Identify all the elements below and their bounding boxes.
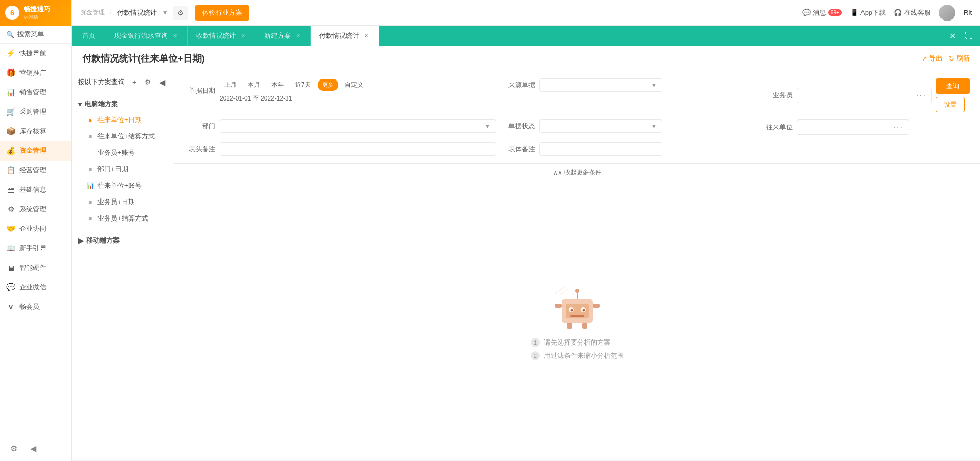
tip-num-2: 2	[531, 351, 540, 360]
right-panel: 单据日期 上月 本月 本年 近7天 更多 自定义 20	[174, 71, 980, 460]
sidebar-collapse-button[interactable]: ◀	[26, 440, 41, 456]
sidebar-item-enterprise[interactable]: 🤝 企业协同	[0, 219, 71, 238]
sidebar-item-marketing[interactable]: 🎁 营销推广	[0, 63, 71, 83]
online-service-button[interactable]: 🎧 在线客服	[894, 8, 931, 17]
left-panel-collapse-button[interactable]: ◀	[156, 76, 168, 88]
status-select[interactable]: ▼	[539, 119, 662, 133]
sidebar-item-hardware[interactable]: 🖥 智能硬件	[0, 258, 71, 277]
query-button[interactable]: 查询	[936, 78, 970, 94]
topbar-right: 💬 消息 99+ 📱 App下载 🎧 在线客服 Rit	[802, 5, 972, 21]
sidebar-item-purchase[interactable]: 🛒 采购管理	[0, 102, 71, 122]
collapse-more-button[interactable]: ∧∧ 收起更多条件	[174, 164, 980, 181]
mobile-scheme-section-header[interactable]: ▶ 移动端方案	[72, 233, 174, 248]
date-btn-this-month[interactable]: 本月	[243, 78, 265, 91]
date-btn-last-month[interactable]: 上月	[220, 78, 241, 91]
finance-icon: 💰	[6, 146, 15, 155]
scheme-chart-icon: 📊	[86, 182, 94, 190]
dept-filter-group: 部门 ▼	[185, 119, 496, 133]
sidebar-item-vip[interactable]: V 畅会员	[0, 297, 71, 316]
sidebar-item-label: 经营管理	[19, 166, 46, 175]
tab-payment[interactable]: 付款情况统计 ×	[311, 26, 379, 46]
topbar: 资金管理 / 付款情况统计 ▼ ⚙ 体验行业方案 💬 消息 99+ 📱 App下…	[72, 0, 980, 26]
message-button[interactable]: 💬 消息 99+	[802, 8, 842, 17]
tab-maximize-button[interactable]: ⛶	[963, 30, 975, 42]
app-download-button[interactable]: 📱 App下载	[850, 8, 886, 17]
scheme-item-staff-payment[interactable]: ≡ 业务员+结算方式	[72, 210, 174, 227]
body-note-label: 表体备注	[504, 145, 535, 154]
mobile-scheme-arrow-icon: ▶	[78, 237, 83, 245]
sidebar-item-label: 库存核算	[19, 127, 46, 136]
tab-new-scheme-label: 新建方案	[264, 31, 291, 41]
sidebar-search-label: 搜索菜单	[17, 30, 44, 39]
partner-select[interactable]: ···	[797, 119, 909, 135]
sidebar-item-system[interactable]: ⚙ 系统管理	[0, 199, 71, 219]
sidebar-footer: ⚙ ◀	[0, 435, 71, 461]
user-avatar[interactable]	[939, 5, 955, 21]
scheme-settings-button[interactable]: ⚙	[142, 76, 153, 88]
scheme-item-staff-account[interactable]: ≡ 业务员+账号	[72, 145, 174, 161]
sidebar-item-inventory[interactable]: 📦 库存核算	[0, 122, 71, 141]
sidebar-item-operation[interactable]: 📋 经营管理	[0, 161, 71, 180]
scheme-item-icon: ≡	[86, 132, 94, 141]
add-scheme-button[interactable]: +	[129, 76, 140, 88]
sidebar-item-basic[interactable]: 🗃 基础信息	[0, 180, 71, 199]
tab-close-all-button[interactable]: ✕	[946, 30, 958, 42]
tab-cash-flow-close[interactable]: ×	[171, 32, 179, 40]
scheme-item-dept-date[interactable]: ≡ 部门+日期	[72, 161, 174, 177]
tab-new-scheme[interactable]: 新建方案 ×	[256, 26, 311, 46]
export-button[interactable]: ↗ 导出	[922, 54, 943, 63]
purchase-icon: 🛒	[6, 107, 15, 116]
system-icon: ⚙	[6, 205, 15, 214]
sidebar-item-label: 营销推广	[19, 68, 46, 77]
scheme-item-staff-date[interactable]: ≡ 业务员+日期	[72, 194, 174, 210]
sidebar-search[interactable]: 🔍 搜索菜单	[0, 26, 71, 44]
app-icon: 📱	[850, 9, 858, 16]
tab-receipt[interactable]: 收款情况统计 ×	[188, 26, 256, 46]
date-btn-more[interactable]: 更多	[318, 79, 338, 91]
scheme-section-arrow-icon: ▾	[78, 101, 82, 108]
tab-receipt-close[interactable]: ×	[239, 32, 247, 40]
scheme-item-icon: ≡	[86, 149, 94, 157]
svg-point-4	[571, 309, 573, 311]
sidebar-item-sales[interactable]: 📊 销售管理	[0, 83, 71, 102]
sidebar: 6 畅捷通巧 标准版 🔍 搜索菜单 ⚡ 快捷导航 🎁 营销推广 📊 销售管理 🛒…	[0, 0, 72, 461]
topbar-settings-button[interactable]: ⚙	[173, 6, 188, 20]
scheme-item-partner-payment[interactable]: ≡ 往来单位+结算方式	[72, 128, 174, 145]
dept-select[interactable]: ▼	[220, 119, 496, 133]
tab-payment-close[interactable]: ×	[362, 32, 370, 40]
empty-tips: 1 请先选择要分析的方案 2 用过滤条件来缩小分析范围	[531, 338, 624, 360]
tab-home[interactable]: 首页	[72, 26, 106, 46]
trial-button[interactable]: 体验行业方案	[195, 5, 249, 21]
date-filter-content: 上月 本月 本年 近7天 更多 自定义 2022-01-01 至 2022-12…	[220, 78, 496, 103]
header-note-input[interactable]	[220, 142, 496, 156]
tip-text-1: 请先选择要分析的方案	[544, 338, 611, 347]
staff-select[interactable]: ···	[797, 88, 932, 103]
pc-scheme-section-header[interactable]: ▾ 电脑端方案	[72, 96, 174, 112]
svg-line-14	[559, 289, 567, 295]
sidebar-item-wechat[interactable]: 💬 企业微信	[0, 277, 71, 297]
topbar-arrow-icon: ▼	[162, 9, 168, 16]
scheme-item-partner-account[interactable]: 📊 往来单位+账号	[72, 177, 174, 194]
refresh-button[interactable]: ↻ 刷新	[949, 54, 970, 63]
empty-state: 1 请先选择要分析的方案 2 用过滤条件来缩小分析范围	[174, 181, 980, 460]
filter-settings-button[interactable]: 设置	[936, 97, 965, 112]
quick-nav-icon: ⚡	[6, 49, 15, 58]
sidebar-item-guide[interactable]: 📖 新手引导	[0, 238, 71, 258]
body-note-input[interactable]	[539, 142, 662, 156]
body-note-filter-group: 表体备注	[504, 142, 754, 156]
tab-cash-flow[interactable]: 现金银行流水查询 ×	[106, 26, 188, 46]
sidebar-header: 6 畅捷通巧 标准版	[0, 0, 71, 26]
date-btn-this-year[interactable]: 本年	[267, 78, 288, 91]
sidebar-item-label: 企业协同	[19, 224, 46, 233]
sidebar-item-finance[interactable]: 💰 资金管理	[0, 141, 71, 161]
sidebar-item-label: 畅会员	[19, 302, 40, 311]
date-btn-custom[interactable]: 自定义	[340, 78, 368, 91]
date-btn-last-7[interactable]: 近7天	[290, 78, 316, 91]
empty-tip-1: 1 请先选择要分析的方案	[531, 338, 624, 347]
sidebar-item-quick-nav[interactable]: ⚡ 快捷导航	[0, 44, 71, 63]
service-label: 在线客服	[904, 8, 931, 17]
tab-new-scheme-close[interactable]: ×	[294, 32, 302, 40]
scheme-item-partner-date[interactable]: ● 往来单位+日期	[72, 112, 174, 128]
sidebar-settings-button[interactable]: ⚙	[6, 440, 22, 456]
source-select[interactable]: ▼	[539, 78, 662, 92]
